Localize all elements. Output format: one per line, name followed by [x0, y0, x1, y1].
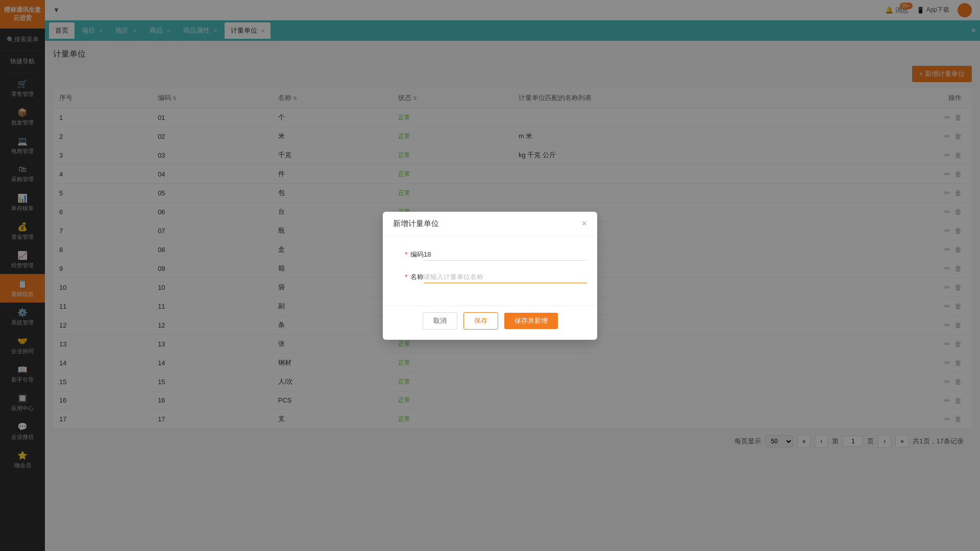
modal-footer: 取消 保存 保存并新增 — [383, 306, 597, 340]
name-label: 名称 — [393, 272, 424, 282]
cancel-button[interactable]: 取消 — [423, 312, 457, 330]
save-button[interactable]: 保存 — [463, 312, 498, 330]
add-unit-modal: 新增计量单位 × 编码 名称 取消 保存 保存并新增 — [383, 212, 597, 340]
code-input[interactable] — [424, 248, 587, 261]
name-label-text: 名称 — [410, 273, 424, 281]
save-and-new-button[interactable]: 保存并新增 — [504, 313, 558, 329]
modal-title: 新增计量单位 — [393, 219, 439, 229]
modal-close-button[interactable]: × — [581, 219, 587, 228]
modal-body: 编码 名称 — [383, 236, 597, 306]
code-label: 编码 — [393, 250, 424, 259]
modal-header: 新增计量单位 × — [383, 212, 597, 236]
code-label-text: 编码 — [410, 251, 424, 258]
form-name-item: 名称 — [393, 271, 587, 283]
code-required-mark — [405, 251, 408, 258]
modal-overlay: 新增计量单位 × 编码 名称 取消 保存 保存并新增 — [0, 0, 980, 551]
name-input[interactable] — [424, 271, 587, 283]
form-code-item: 编码 — [393, 248, 587, 261]
name-required-mark — [405, 273, 408, 281]
